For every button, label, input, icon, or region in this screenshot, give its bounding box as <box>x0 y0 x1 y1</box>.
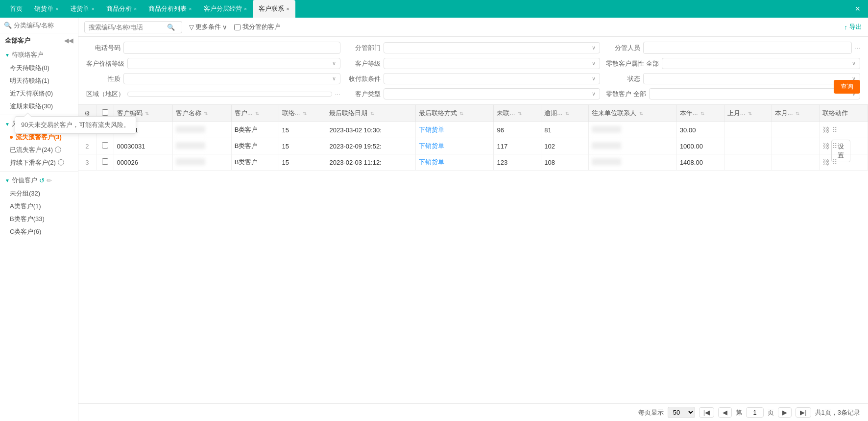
nav-customer-contact[interactable]: 客户联系 × <box>253 0 295 18</box>
filter-dept: 分管部门 ∨ <box>346 42 601 53</box>
filter-status-select[interactable]: ∨ <box>643 73 860 84</box>
th-this-year[interactable]: 本年... ⇅ <box>676 105 724 122</box>
select-all-checkbox[interactable] <box>102 109 108 116</box>
nav-goods-analysis-list-close[interactable]: × <box>189 6 192 12</box>
manager-more-icon[interactable]: ··· <box>855 44 860 51</box>
sidebar-group-value[interactable]: ▼ 价值客户 ↺ ✏ <box>0 173 78 187</box>
per-page-select[interactable]: 50 100 200 <box>668 407 695 418</box>
filter-customer-type-select[interactable]: ∨ <box>384 88 601 99</box>
th-last-month[interactable]: 上月... ⇅ <box>724 105 772 122</box>
filter-nature-select[interactable]: ∨ <box>123 73 340 84</box>
row-last-contact-method[interactable]: 下销货单 <box>415 154 494 171</box>
row-uncontacted: 123 <box>494 154 541 171</box>
th-contacts[interactable]: 往来单位联系人 ⇅ <box>589 105 677 122</box>
row-action[interactable]: ⛓ ⠿ <box>819 122 868 138</box>
nav-purchase-close[interactable]: × <box>91 6 94 12</box>
page-number-input[interactable] <box>746 407 764 418</box>
query-button[interactable]: 查询 <box>834 80 860 94</box>
nav-customer-tier-close[interactable]: × <box>244 6 247 12</box>
table-row: 3 000026 B类客户 15 2023-02-03 11:12: 下销货单 … <box>78 154 868 171</box>
filter-phone-input[interactable] <box>123 42 340 54</box>
sidebar-group-pending[interactable]: ▼ 待联络客户 <box>0 48 78 62</box>
sidebar-item-class-b[interactable]: B类客户(33) <box>0 213 78 225</box>
sidebar-item-churned[interactable]: 已流失客户(24) ⓘ <box>0 144 78 156</box>
sidebar-item-class-c[interactable]: C类客户(6) <box>0 225 78 238</box>
edit-icon[interactable]: ✏ <box>47 177 52 184</box>
sidebar-item-overdue-contact[interactable]: 逾期未联络(30) <box>0 100 78 113</box>
filter-retail-attr-select[interactable]: ∨ <box>662 58 860 69</box>
nav-goods-analysis[interactable]: 商品分析 × <box>100 0 143 18</box>
page-prev-button[interactable]: ◀ <box>718 407 732 418</box>
page-first-button[interactable]: |◀ <box>699 407 714 418</box>
filter-retail-customer-select[interactable]: ∨ <box>649 88 860 99</box>
action-link-icon[interactable]: ⛓ <box>822 158 829 166</box>
filter-manager-label: 分管人员 <box>606 44 640 52</box>
sidebar-search-input[interactable] <box>14 22 74 29</box>
my-customers-checkbox-label[interactable]: 我分管的客户 <box>234 23 281 31</box>
row-checkbox[interactable] <box>102 142 108 149</box>
action-menu-icon[interactable]: ⠿ <box>832 126 837 134</box>
th-contact-count[interactable]: 联络... ⇅ <box>279 105 326 122</box>
page-next-button[interactable]: ▶ <box>778 407 792 418</box>
close-all-button[interactable]: × <box>851 4 864 14</box>
row-contact-count: 15 <box>279 154 326 171</box>
more-conditions-button[interactable]: ▽ 更多条件 ∨ <box>186 21 230 33</box>
export-button[interactable]: ↑ 导出 <box>844 23 863 31</box>
settings-button[interactable]: 设置 <box>831 140 850 162</box>
region-more-icon[interactable]: ··· <box>335 90 340 98</box>
th-this-month[interactable]: 本月... ⇅ <box>772 105 819 122</box>
filter-price-level-select[interactable]: ∨ <box>127 58 340 69</box>
sidebar-item-tomorrow[interactable]: 明天待联络(1) <box>0 74 78 87</box>
nav-sales-close[interactable]: × <box>55 6 58 12</box>
filter-customer-level-select[interactable]: ∨ <box>384 58 601 69</box>
row-checkbox-cell[interactable] <box>96 138 114 154</box>
row-checkbox-cell[interactable] <box>96 154 114 171</box>
sort-contacts-icon: ⇅ <box>639 111 643 116</box>
row-last-contact-method[interactable]: 下销货单 <box>415 138 494 154</box>
sidebar-item-declining[interactable]: 持续下滑客户(2) ⓘ <box>0 156 78 169</box>
toolbar-search-input[interactable] <box>89 24 167 31</box>
filter-region-select[interactable] <box>127 92 332 97</box>
action-link-icon[interactable]: ⛓ <box>822 126 829 134</box>
row-last-contact-method[interactable]: 下销货单 <box>415 122 494 138</box>
nav-goods-analysis-close[interactable]: × <box>134 6 137 12</box>
row-last-contact-date: 2023-03-02 10:30: <box>326 122 415 138</box>
nav-customer-tier[interactable]: 客户分层经营 × <box>198 0 253 18</box>
filter-manager-input[interactable] <box>643 42 852 54</box>
th-name[interactable]: 客户名称 ⇅ <box>172 105 231 122</box>
row-last-month <box>724 154 772 171</box>
row-last-month <box>724 122 772 138</box>
th-last-contact-method[interactable]: 最后联络方式 ⇅ <box>415 105 494 122</box>
sidebar-item-7days[interactable]: 近7天待联络(0) <box>0 87 78 100</box>
filter-status-label: 状态 <box>606 74 640 83</box>
contact-method-link[interactable]: 下销货单 <box>419 158 444 166</box>
toolbar-search-icon[interactable]: 🔍 <box>167 24 175 31</box>
filter-nature-label: 性质 <box>86 74 121 83</box>
refresh-icon[interactable]: ↺ <box>39 177 45 184</box>
th-last-contact-date[interactable]: 最后联络日期 ⇅ <box>326 105 415 122</box>
row-contacts <box>589 122 677 138</box>
sidebar-item-ungroup[interactable]: 未分组(32) <box>0 187 78 200</box>
contact-method-link[interactable]: 下销货单 <box>419 142 444 149</box>
action-link-icon[interactable]: ⛓ <box>822 142 829 150</box>
nav-goods-analysis-list[interactable]: 商品分析列表 × <box>143 0 197 18</box>
sidebar-all-customers[interactable]: 全部客户 ◀◀ <box>0 33 78 48</box>
nav-sales[interactable]: 销货单 × <box>28 0 64 18</box>
sidebar-item-today[interactable]: 今天待联络(0) <box>0 62 78 74</box>
my-customers-checkbox[interactable] <box>234 24 241 30</box>
filter-dept-select[interactable]: ∨ <box>384 42 601 53</box>
active-dot <box>10 136 13 139</box>
row-this-month <box>772 154 819 171</box>
page-last-button[interactable]: ▶| <box>796 407 811 418</box>
th-overdue[interactable]: 逾期... ⇅ <box>541 105 589 122</box>
th-customer-type[interactable]: 客户... ⇅ <box>231 105 279 122</box>
nav-purchase[interactable]: 进货单 × <box>64 0 100 18</box>
row-checkbox[interactable] <box>102 158 108 165</box>
filter-payment-select[interactable]: ∨ <box>384 73 601 84</box>
nav-customer-contact-close[interactable]: × <box>286 6 289 12</box>
sidebar-item-class-a[interactable]: A类客户(1) <box>0 200 78 213</box>
nav-home[interactable]: 首页 <box>4 0 28 18</box>
contact-method-link[interactable]: 下销货单 <box>419 126 444 133</box>
row-this-year: 1000.00 <box>676 138 724 154</box>
th-uncontacted[interactable]: 未联... ⇅ <box>494 105 541 122</box>
